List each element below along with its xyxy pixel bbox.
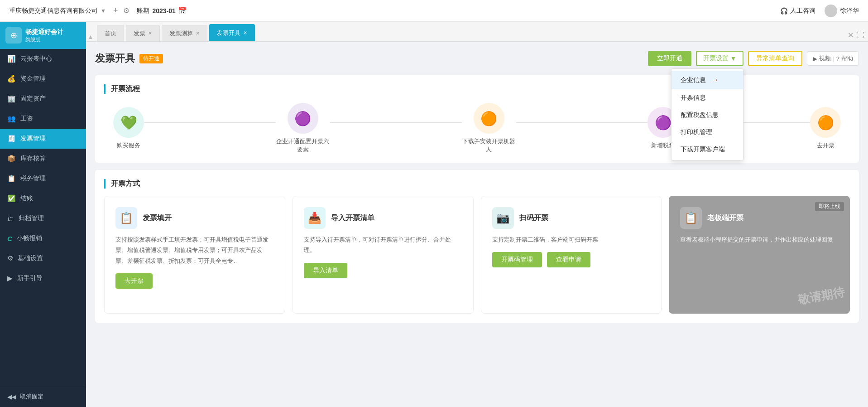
tab-window-expand[interactable]: ⛶ [857,31,864,39]
flow-step-download: 🟠 下载并安装开票机器人 [462,103,516,154]
headset-icon: 🎧 [780,7,788,15]
sidebar-item-gudingzichan[interactable]: 🏢 固定资产 [0,89,86,109]
page-title: 发票开具 [95,52,135,65]
settings-dropdown-menu: 企业信息 → 开票信息 配置税盘信息 打印机管理 [671,68,743,160]
jichushezhi-icon: ⚙ [7,254,13,262]
import-method-icon: 📥 [304,207,326,229]
fill-method-title: 发票填开 [143,213,172,223]
shuiwu-icon: 📋 [7,174,16,183]
connector-1 [144,122,276,123]
configure-step-icon: 🟣 [288,103,318,134]
method-card-fill: 📋 发票填开 支持按照发票样式手工填开发票；可开具增值税电子普通发票、增值税普通… [104,196,285,314]
sidebar-item-xiaochangbaoxiao[interactable]: C 小畅报销 [0,228,86,248]
buyservice-label: 购买服务 [117,141,140,150]
sidebar-item-gongzi[interactable]: 👥 工资 [0,109,86,129]
dropdown-item-qiyeinfo[interactable]: 企业信息 → [671,71,743,89]
tab-home[interactable]: 首页 [97,25,124,41]
settings-icon[interactable]: ⚙ [123,6,129,15]
exception-button[interactable]: 异常清单查询 [748,51,802,66]
pin-icon: ◀◀ [7,393,16,400]
gudingzichan-icon: 🏢 [7,95,16,103]
import-method-desc: 支持导入待开票清单，可对待开票清单进行拆分、合并处理。 [304,234,462,256]
tab-bar: ▲ 首页 发票 ✕ 发票测算 ✕ 发票开具 ✕ ✕ ⛶ [86,22,868,42]
dropdown-item-taxdisk[interactable]: 配置税盘信息 [671,107,743,124]
method-card-scan: 📷 扫码开票 支持定制开票二维码，客户端可扫码开票 开票码管理 查看申请 [481,196,662,314]
tab-fapiaocesuan-close[interactable]: ✕ [196,30,200,36]
company-selector[interactable]: 重庆畅捷交通信息咨询有限公司 ▼ [9,7,106,15]
activate-button[interactable]: 立即开通 [648,51,691,66]
app-subtitle: 旗舰版 [25,36,63,43]
zijin-icon: 💰 [7,75,16,83]
calendar-icon[interactable]: 📅 [178,7,187,15]
gongzi-icon: 👥 [7,115,16,123]
xinshouyindao-icon: ▶ [7,274,13,282]
scan-method-title: 扫码开票 [519,213,548,223]
video-button[interactable]: ▶ 视频 | ? 帮助 [807,51,859,66]
logo-area: ⊕ 畅捷通好会计 旗舰版 [0,22,86,49]
tab-fapiaocesuan[interactable]: 发票测算 ✕ [162,25,207,41]
tab-fapiaokaiju-close[interactable]: ✕ [243,30,247,36]
tab-fapiao[interactable]: 发票 ✕ [126,25,160,41]
settings-button[interactable]: 开票设置 ▼ [696,51,744,66]
laoban-overlay-text: 敬请期待 [797,284,846,308]
sidebar-item-guidang[interactable]: 🗂 归档管理 [0,208,86,228]
cancel-pin-button[interactable]: ◀◀ 取消固定 [0,388,86,405]
app-name: 畅捷通好会计 [25,28,63,36]
scan-qrcode-button[interactable]: 开票码管理 [492,252,542,267]
sidebar-item-jichushezhi[interactable]: ⚙ 基础设置 [0,248,86,268]
logo-icon: ⊕ [5,27,22,44]
fill-goto-button[interactable]: 去开票 [115,273,153,289]
settings-chevron-icon: ▼ [730,55,737,62]
user-avatar [825,5,837,17]
dropdown-item-printer[interactable]: 打印机管理 [671,124,743,141]
configure-label: 企业开通配置开票六要素 [276,137,330,154]
tab-fapiaokaiju[interactable]: 发票开具 ✕ [209,24,255,41]
tab-fapiao-close[interactable]: ✕ [148,30,152,36]
sidebar-item-fapiao[interactable]: 🧾 发票管理 [0,129,86,149]
settings-dropdown-wrapper: 开票设置 ▼ 企业信息 → 开票信息 [696,51,744,66]
account-period: 账期 2023-01 📅 [137,7,187,15]
help-icon: ? [836,55,839,62]
fill-method-desc: 支持按照发票样式手工填开发票；可开具增值税电子普通发票、增值税普通发票、增值税专… [115,234,274,266]
kucun-icon: 📦 [7,155,16,163]
support-button[interactable]: 🎧 人工咨询 [780,7,815,15]
sidebar-item-xinshouyindao[interactable]: ▶ 新手引导 [0,268,86,288]
guidang-icon: 🗂 [7,215,14,223]
tab-window-close[interactable]: ✕ [848,31,854,39]
flow-section: 开票流程 💚 购买服务 🟣 企业开通配置开票六要素 [95,75,859,163]
download-label: 下载并安装开票机器人 [462,137,516,154]
sidebar-item-yunbao[interactable]: 📊 云报表中心 [0,49,86,69]
import-list-button[interactable]: 导入清单 [304,263,347,278]
laoban-pending-badge: 即将上线 [815,202,844,211]
fill-method-icon: 📋 [115,207,137,229]
sidebar-item-jiezhang[interactable]: ✅ 结账 [0,189,86,208]
method-card-laoban: 即将上线 📋 老板端开票 查看老板端小程序提交的开票申请，并作出相应的处理回复 … [669,196,850,314]
dropdown-item-downloadclient[interactable]: 下载开票客户端 [671,141,743,158]
laoban-method-desc: 查看老板端小程序提交的开票申请，并作出相应的处理回复 [680,234,839,245]
add-company-button[interactable]: + [113,6,118,15]
connector-2 [330,122,462,123]
page-title-area: 发票开具 待开通 [95,52,163,65]
page-header: 发票开具 待开通 立即开通 开票设置 ▼ 企业信息 [95,51,859,66]
dropdown-item-kaipiaosetting[interactable]: 开票信息 [671,89,743,107]
import-card-header: 📥 导入开票清单 [304,207,462,229]
jiezhang-icon: ✅ [7,194,16,203]
scan-method-icon: 📷 [492,207,514,229]
header-actions: 立即开通 开票设置 ▼ 企业信息 → [648,51,859,66]
fill-card-header: 📋 发票填开 [115,207,274,229]
sidebar-item-kucun[interactable]: 📦 库存核算 [0,149,86,169]
xiaochangbaoxiao-icon: C [7,235,12,242]
page-content: 发票开具 待开通 立即开通 开票设置 ▼ 企业信息 [86,42,868,407]
user-info[interactable]: 徐泽华 [825,5,859,17]
yunbao-icon: 📊 [7,55,16,63]
sidebar-item-zijin[interactable]: 💰 资金管理 [0,69,86,89]
red-arrow-icon: → [710,75,719,85]
company-name: 重庆畅捷交通信息咨询有限公司 [9,7,98,15]
scroll-left[interactable]: ▲ [86,33,95,40]
scan-apply-button[interactable]: 查看申请 [547,252,590,267]
sidebar-bottom: ◀◀ 取消固定 [0,386,86,407]
download-step-icon: 🟠 [474,103,504,134]
laoban-method-title: 老板端开票 [707,213,743,223]
sidebar-item-shuiwu[interactable]: 📋 税务管理 [0,169,86,189]
content-area: ▲ 首页 发票 ✕ 发票测算 ✕ 发票开具 ✕ ✕ ⛶ [86,22,868,407]
